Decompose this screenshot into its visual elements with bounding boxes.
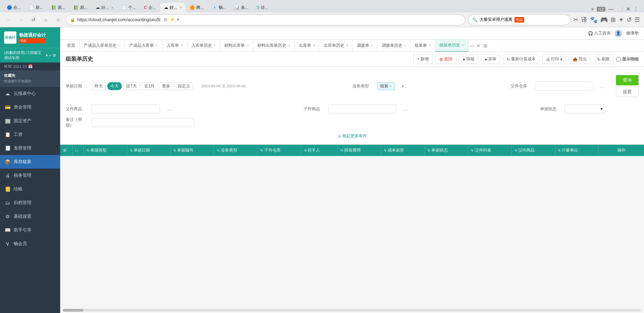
sidebar-item-invoice[interactable]: 🧾 发票管理 [0, 141, 60, 155]
scrollbar-track[interactable] [63, 309, 641, 312]
bookmark-button[interactable]: ☆ [53, 15, 63, 25]
th-checkbox[interactable]: □ [72, 145, 83, 156]
th-unit[interactable]: ⇅ 计量单位 [555, 145, 598, 156]
print-dropdown-icon[interactable]: ▾ [560, 57, 562, 62]
set-button[interactable]: 设置 [616, 87, 639, 97]
maximize-button[interactable]: ⬜ [616, 6, 623, 12]
sidebar-item-archive[interactable]: 🗂 归档管理 [0, 196, 60, 210]
reload-button[interactable]: ↺ [29, 15, 38, 25]
delete-button[interactable]: 🗑 🗑 删除 删除 [435, 55, 456, 64]
browser-tab-8[interactable]: ☁ 好... × [160, 3, 186, 12]
print-button[interactable]: 🖨 打印 ▾ [542, 55, 566, 64]
th-cost-diff[interactable]: ⇅ 成本差异 [381, 145, 425, 156]
extra-settings-button[interactable]: ⋮ [633, 6, 639, 12]
url-bar[interactable]: 🔒 https://cloud.chanjet.com/accounting/u… [66, 14, 465, 25]
close-nav-tab-4[interactable]: × [214, 44, 216, 47]
date-btn-more[interactable]: 更多 [159, 82, 173, 90]
th-doc-status[interactable]: ⇅ 单据状态 [425, 145, 468, 156]
browser-tab-12[interactable]: S 目... [253, 3, 272, 12]
th-handler[interactable]: ⇅ 经手人 [301, 145, 337, 156]
query-button[interactable]: 查询 [616, 75, 639, 85]
nav-tab-7[interactable]: 出库单 × [295, 40, 320, 52]
browser-tab-1[interactable]: 🔵 在... [3, 3, 25, 12]
header-checkbox[interactable]: □ [76, 148, 78, 153]
th-child-warehouse[interactable]: ⇅ 子件仓库 [257, 145, 301, 156]
nav-tab-3[interactable]: 入库单 × [162, 40, 187, 52]
close-nav-tab-8[interactable]: × [346, 44, 348, 47]
tab-prev-arrow[interactable]: ‹ [470, 43, 472, 48]
close-nav-tab-1[interactable]: × [119, 44, 121, 47]
lightning-icon[interactable]: ⚡ [170, 17, 175, 22]
close-nav-tab-6[interactable]: × [288, 44, 290, 47]
close-nav-tab-5[interactable]: × [247, 44, 249, 47]
close-all-tabs-button[interactable]: ✕ [475, 43, 482, 48]
th-biz-type[interactable]: ⇅ 业务类型 [214, 145, 257, 156]
scrollbar-thumb[interactable] [63, 309, 83, 312]
horizontal-scrollbar[interactable] [60, 307, 644, 313]
search-area[interactable]: 🔍 大量安卓用户逃离 热搜 [468, 14, 571, 25]
close-nav-tab-3[interactable]: × [181, 44, 183, 47]
scissors-icon[interactable]: ✂ [573, 16, 578, 24]
parent-warehouse-ellipsis[interactable]: ... [598, 83, 605, 89]
parent-goods-input[interactable] [92, 104, 160, 113]
th-parent-goods[interactable]: ⇅ 父件商品 [511, 145, 555, 156]
nav-tab-4[interactable]: 入库单历史 × [187, 40, 220, 52]
close-tab-5[interactable]: × [111, 6, 113, 10]
date-btn-custom[interactable]: 自定义 [175, 82, 193, 90]
nav-tab-8[interactable]: 出库单历史 × [320, 40, 353, 52]
close-nav-tab-12[interactable]: × [462, 43, 464, 47]
menu-icon[interactable]: ☰ [634, 16, 640, 24]
nav-tab-6[interactable]: 材料出库单历史 × [253, 40, 295, 52]
browser-tab-7[interactable]: C 企... [140, 3, 160, 12]
favorites-bar[interactable]: 收藏夹 快捷键打开收藏夹 [0, 70, 60, 87]
show-detail-checkbox[interactable] [616, 57, 621, 61]
date-btn-today[interactable]: 今天 [107, 82, 122, 90]
nav-tab-10[interactable]: 调拨单历史 × [378, 40, 411, 52]
qr-icon[interactable]: ⊞ [164, 17, 167, 22]
nav-tab-12-assembly-history[interactable]: 组装单历史 × [435, 40, 469, 52]
th-parent-list[interactable]: ⇅ 父件列表 [468, 145, 511, 156]
home-button[interactable]: ⌂ [41, 15, 51, 25]
th-doc-no[interactable]: ⇅ 单据编号 [170, 145, 214, 156]
review-button[interactable]: ● 审核 [459, 55, 478, 64]
settings-icon[interactable]: ⚙ [53, 53, 56, 58]
biz-type-close-icon[interactable]: × [389, 84, 391, 88]
close-nav-tab-7[interactable]: × [313, 44, 315, 47]
sidebar-item-guide[interactable]: 📖 新手引导 [0, 223, 60, 237]
collapse-button[interactable]: ∧ 收起更多条件 [338, 133, 367, 139]
biz-type-dropdown-icon[interactable]: ▾ [402, 83, 404, 89]
notes-input[interactable] [92, 118, 194, 127]
dropdown-icon[interactable]: ▾ [177, 17, 179, 22]
tab-next-arrow[interactable]: › [472, 43, 474, 48]
nav-tab-2[interactable]: 产成品入库单 × [125, 40, 162, 52]
close-nav-tab-2[interactable]: × [156, 44, 158, 47]
close-nav-tab-10[interactable]: × [404, 44, 406, 47]
new-tab-button[interactable]: + [591, 6, 594, 12]
date-btn-1month[interactable]: 近1月 [141, 82, 158, 90]
recalculate-button[interactable]: ↻ 重新计算成本 [503, 55, 539, 64]
service-label[interactable]: 🎧 人工咨询 [588, 30, 611, 36]
tab-extra-button[interactable]: ⊞ [482, 43, 489, 48]
sidebar-item-fund[interactable]: 💳 资金管理 [0, 100, 60, 114]
show-detail-label[interactable]: 显示明细 [616, 56, 639, 62]
back-button[interactable]: ← [4, 15, 14, 25]
date-btn-7days[interactable]: 近7天 [123, 82, 140, 90]
sidebar-item-fixed-asset[interactable]: 🏢 固定资产 [0, 114, 60, 128]
nav-tab-11[interactable]: 组装单 × [411, 40, 435, 52]
child-goods-input[interactable] [328, 104, 397, 113]
th-doc-date[interactable]: ⇅ 单据日期 [127, 145, 170, 156]
refresh-button[interactable]: ↻ 刷新 [593, 55, 614, 64]
add-button[interactable]: + 新增 [413, 55, 432, 64]
nav-tab-5[interactable]: 材料出库单 × [220, 40, 253, 52]
child-goods-ellipsis[interactable]: ... [402, 106, 409, 112]
nav-tab-1[interactable]: 产成品入库单历史 × [80, 40, 125, 52]
table-settings-icon[interactable]: ⚙ [63, 148, 67, 153]
sidebar-item-member[interactable]: V 畅会员 [0, 237, 60, 251]
browser-tab-3[interactable]: 📗 易... [47, 3, 69, 12]
nav-tab-home[interactable]: 首页 [63, 40, 80, 52]
browser-tab-6[interactable]: 📄 个... [118, 3, 140, 12]
forward-button[interactable]: → [16, 15, 26, 25]
sidebar-item-settings[interactable]: ⚙ 基础设置 [0, 210, 60, 223]
sidebar-item-inventory[interactable]: 📦 库存核算 [0, 155, 60, 169]
th-disassembly-fee[interactable]: ⇅ 拆装费用 [337, 145, 381, 156]
